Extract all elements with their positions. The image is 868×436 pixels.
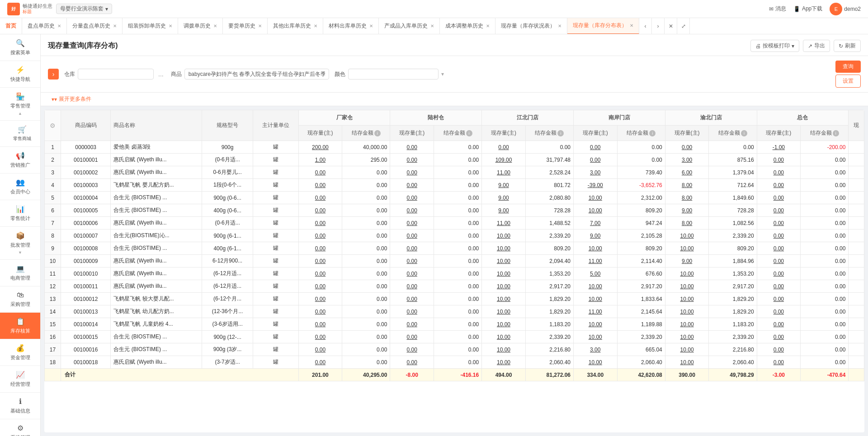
color-input[interactable] — [348, 69, 439, 80]
row-c1-qty[interactable]: 0.00 — [298, 255, 342, 267]
setting-btn[interactable]: 设置 — [835, 75, 861, 88]
sidebar-item-member[interactable]: 👥 会员中心 — [0, 173, 40, 200]
row-c2-qty[interactable]: 0.00 — [390, 204, 434, 217]
row-c2-qty[interactable]: 0.00 — [390, 166, 434, 179]
row-c2-qty[interactable]: 0.00 — [390, 280, 434, 293]
row-c5-qty[interactable]: 10.00 — [665, 293, 709, 305]
row-c4-qty[interactable]: 9.00 — [574, 230, 618, 242]
tab-4[interactable]: 调拨单历史 ✕ — [178, 18, 223, 34]
row-c4-qty[interactable]: 7.00 — [574, 217, 618, 230]
row-c6-qty[interactable]: 0.00 — [757, 318, 801, 331]
row-c6-qty[interactable]: 0.00 — [757, 356, 801, 369]
row-c1-qty[interactable]: 0.00 — [298, 217, 342, 230]
row-c6-qty[interactable]: 0.00 — [757, 255, 801, 267]
filter-collapse-btn[interactable]: › — [48, 69, 59, 80]
row-c4-qty[interactable]: 11.00 — [574, 255, 618, 267]
row-c5-qty[interactable]: 10.00 — [665, 318, 709, 331]
user-area[interactable]: E demo2 — [830, 3, 861, 15]
sidebar-item-basic[interactable]: ℹ 基础信息 — [0, 393, 40, 419]
gear-icon[interactable]: ⚙ — [50, 122, 56, 129]
table-container[interactable]: ⚙ 商品编码 商品名称 规格型号 主计量单位 厂家仓 陆村仓 江北门店 南岸门店… — [44, 110, 864, 432]
info-icon[interactable]: i — [557, 130, 564, 136]
row-c2-qty[interactable]: 0.00 — [390, 179, 434, 192]
row-c6-qty[interactable]: 0.00 — [757, 166, 801, 179]
row-c3-qty[interactable]: 10.00 — [482, 356, 526, 369]
row-c3-qty[interactable]: 10.00 — [482, 230, 526, 242]
row-c4-qty[interactable]: 10.00 — [574, 242, 618, 255]
row-c1-qty[interactable]: 0.00 — [298, 179, 342, 192]
row-c4-qty[interactable]: 0.00 — [574, 141, 618, 154]
row-c1-qty[interactable]: 1.00 — [298, 154, 342, 166]
row-c2-qty[interactable]: 0.00 — [390, 267, 434, 280]
row-c5-qty[interactable]: 9.00 — [665, 255, 709, 267]
sidebar-item-marketing[interactable]: 📢 营销推广 — [0, 147, 40, 173]
row-c1-qty[interactable]: 0.00 — [298, 242, 342, 255]
tab-9[interactable]: 成本调整单历史 ✕ — [440, 18, 495, 34]
tab-expand-btn[interactable]: ⤢ — [677, 18, 690, 34]
row-c4-qty[interactable]: 10.00 — [574, 192, 618, 204]
row-c5-qty[interactable]: 8.00 — [665, 217, 709, 230]
row-c5-qty[interactable]: 10.00 — [665, 230, 709, 242]
warehouse-input[interactable] — [78, 69, 154, 80]
row-c3-qty[interactable]: 11.00 — [482, 217, 526, 230]
row-c4-qty[interactable]: 10.00 — [574, 318, 618, 331]
row-c1-qty[interactable]: 0.00 — [298, 305, 342, 318]
tab-home[interactable]: 首页 — [0, 18, 22, 34]
close-icon[interactable]: ✕ — [57, 23, 61, 28]
close-icon[interactable]: ✕ — [314, 23, 317, 28]
row-c2-qty[interactable]: 0.00 — [390, 242, 434, 255]
row-c6-qty[interactable]: 0.00 — [757, 305, 801, 318]
row-c2-qty[interactable]: 0.00 — [390, 154, 434, 166]
close-icon[interactable]: ✕ — [430, 23, 434, 28]
row-c5-qty[interactable]: 0.00 — [665, 141, 709, 154]
tab-next-btn[interactable]: › — [652, 18, 665, 34]
row-c5-qty[interactable]: 10.00 — [665, 280, 709, 293]
row-c2-qty[interactable]: 0.00 — [390, 331, 434, 343]
tab-2[interactable]: 分量盘点单历史 ✕ — [67, 18, 123, 34]
sidebar-item-purchase[interactable]: 🛍 采购管理 — [0, 286, 40, 313]
row-c3-qty[interactable]: 109.00 — [482, 154, 526, 166]
sidebar-item-retail[interactable]: 🏪 零售管理 ▲ — [0, 88, 40, 121]
row-c2-qty[interactable]: 0.00 — [390, 356, 434, 369]
sidebar-item-retail-shop[interactable]: 🛒 零售商城 — [0, 121, 40, 147]
row-c6-qty[interactable]: 0.00 — [757, 267, 801, 280]
row-c6-qty[interactable]: 0.00 — [757, 192, 801, 204]
info-icon[interactable]: i — [466, 130, 472, 136]
row-c5-qty[interactable]: 10.00 — [665, 242, 709, 255]
row-c2-qty[interactable]: 0.00 — [390, 217, 434, 230]
row-c4-qty[interactable]: 10.00 — [574, 356, 618, 369]
row-c1-qty[interactable]: 0.00 — [298, 230, 342, 242]
row-c6-qty[interactable]: 0.00 — [757, 230, 801, 242]
sidebar-item-retail-stat[interactable]: 📊 零售统计 — [0, 200, 40, 227]
row-c1-qty[interactable]: 0.00 — [298, 343, 342, 356]
expand-conditions-btn[interactable]: ▾▾ 展开更多条件 — [48, 95, 95, 103]
industry-selector[interactable]: 母婴行业演示陈套 ▾ — [56, 4, 112, 14]
col-gear[interactable]: ⚙ — [45, 110, 61, 141]
app-download-action[interactable]: 📱 App下载 — [793, 5, 822, 13]
row-c4-qty[interactable]: 10.00 — [574, 204, 618, 217]
row-c5-qty[interactable]: 6.00 — [665, 166, 709, 179]
row-c3-qty[interactable]: 11.00 — [482, 166, 526, 179]
row-c1-qty[interactable]: 200.00 — [298, 141, 342, 154]
row-c3-qty[interactable]: 10.00 — [482, 242, 526, 255]
row-c3-qty[interactable]: 10.00 — [482, 305, 526, 318]
row-c3-qty[interactable]: 10.00 — [482, 331, 526, 343]
close-icon[interactable]: ✕ — [558, 23, 561, 28]
row-c1-qty[interactable]: 0.00 — [298, 293, 342, 305]
row-c6-qty[interactable]: 0.00 — [757, 331, 801, 343]
close-icon[interactable]: ✕ — [213, 23, 217, 28]
message-action[interactable]: ✉ 消息 — [769, 5, 786, 13]
row-c2-qty[interactable]: 0.00 — [390, 141, 434, 154]
row-c3-qty[interactable]: 10.00 — [482, 318, 526, 331]
row-c3-qty[interactable]: 10.00 — [482, 267, 526, 280]
row-c3-qty[interactable]: 0.00 — [482, 141, 526, 154]
row-c1-qty[interactable]: 0.00 — [298, 204, 342, 217]
row-c4-qty[interactable]: 3.00 — [574, 343, 618, 356]
row-c1-qty[interactable]: 0.00 — [298, 192, 342, 204]
export-btn[interactable]: ↗ 导出 — [803, 40, 830, 52]
sidebar-item-finance[interactable]: 💰 资金管理 — [0, 339, 40, 366]
row-c5-qty[interactable]: 8.00 — [665, 179, 709, 192]
close-icon[interactable]: ✕ — [258, 23, 262, 28]
close-icon[interactable]: ✕ — [630, 23, 633, 28]
row-c2-qty[interactable]: 0.00 — [390, 230, 434, 242]
